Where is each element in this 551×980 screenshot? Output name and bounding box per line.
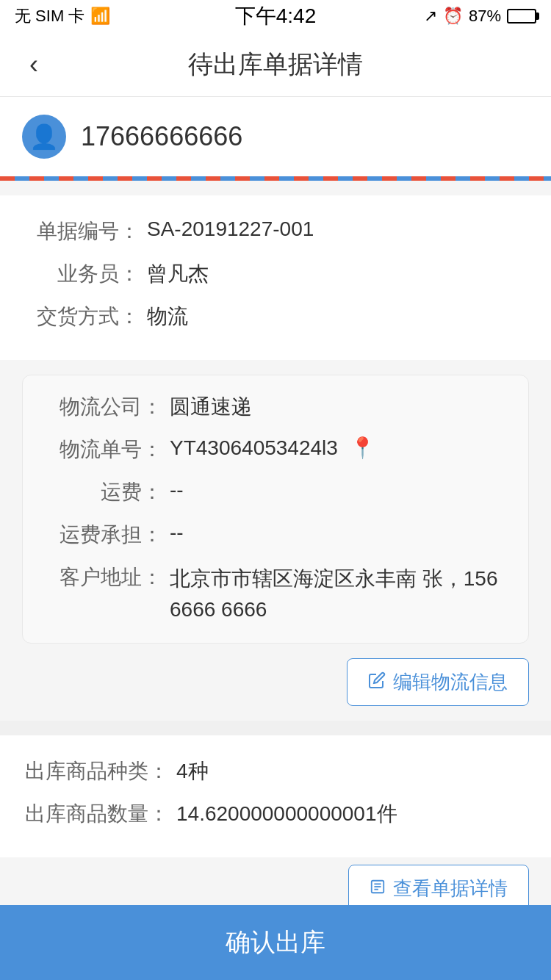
page-title: 待出库单据详情 (188, 48, 363, 82)
confirm-btn-wrap: 确认出库 (0, 905, 551, 980)
address-row: 客户地址： 北京市市辖区海淀区永丰南 张，156 6666 6666 (45, 563, 506, 625)
product-types-label: 出库商品种类： (22, 757, 169, 785)
salesman-label: 业务员： (22, 260, 140, 288)
freight-bearer-value: -- (170, 521, 506, 544)
document-icon (370, 877, 386, 900)
product-section: 出库商品种类： 4种 出库商品数量： 14.620000000000001件 (0, 735, 551, 857)
order-no-value: SA-20191227-001 (147, 217, 529, 241)
battery-icon (507, 9, 536, 24)
product-quantity-label: 出库商品数量： (22, 800, 169, 828)
edit-btn-wrap: 编辑物流信息 (0, 658, 551, 721)
salesman-row: 业务员： 曾凡杰 (22, 260, 529, 288)
customer-section: 👤 17666666666 (0, 97, 551, 176)
order-no-label: 单据编号： (22, 217, 140, 245)
battery-text: 87% (469, 7, 501, 26)
address-value: 北京市市辖区海淀区永丰南 张，156 6666 6666 (170, 563, 506, 625)
freight-bearer-row: 运费承担： -- (45, 521, 506, 549)
delivery-method-label: 交货方式： (22, 303, 140, 331)
status-bar: 无 SIM 卡 📶 下午4:42 ↗ ⏰ 87% (0, 0, 551, 32)
section-divider (0, 721, 551, 735)
wifi-icon: 📶 (90, 7, 110, 26)
tracking-no-label: 物流单号： (45, 436, 162, 464)
logistics-card: 物流公司： 圆通速递 物流单号： YT43064053424l3 📍 运费： -… (22, 375, 529, 644)
view-detail-label: 查看单据详情 (393, 876, 508, 901)
location-service-icon: ↗ (424, 7, 437, 26)
logistics-company-row: 物流公司： 圆通速递 (45, 393, 506, 421)
carrier-text: 无 SIM 卡 (15, 5, 84, 27)
order-no-row: 单据编号： SA-20191227-001 (22, 217, 529, 245)
product-types-value: 4种 (176, 757, 209, 785)
address-label: 客户地址： (45, 563, 162, 591)
avatar: 👤 (22, 115, 66, 159)
alarm-icon: ⏰ (443, 7, 463, 26)
tracking-no-row: 物流单号： YT43064053424l3 📍 (45, 436, 506, 464)
logistics-company-label: 物流公司： (45, 393, 162, 421)
nav-bar: ‹ 待出库单据详情 (0, 32, 551, 97)
order-info-section: 单据编号： SA-20191227-001 业务员： 曾凡杰 交货方式： 物流 (0, 195, 551, 360)
status-time: 下午4:42 (235, 2, 317, 30)
edit-logistics-button[interactable]: 编辑物流信息 (347, 658, 529, 706)
delivery-method-row: 交货方式： 物流 (22, 303, 529, 331)
edit-icon (368, 671, 386, 693)
dashed-divider (0, 176, 551, 181)
freight-value: -- (170, 478, 506, 502)
freight-row: 运费： -- (45, 478, 506, 506)
avatar-icon: 👤 (29, 123, 59, 151)
product-quantity-value: 14.620000000000001件 (176, 800, 397, 828)
freight-bearer-label: 运费承担： (45, 521, 162, 549)
tracking-no-value: YT43064053424l3 📍 (170, 436, 506, 460)
salesman-value: 曾凡杰 (147, 260, 529, 288)
customer-phone: 17666666666 (81, 121, 242, 152)
freight-label: 运费： (45, 478, 162, 506)
logistics-company-value: 圆通速递 (170, 393, 506, 421)
status-left: 无 SIM 卡 📶 (15, 5, 110, 27)
product-types-row: 出库商品种类： 4种 (22, 757, 529, 785)
confirm-outbound-button[interactable]: 确认出库 (22, 926, 529, 959)
product-quantity-row: 出库商品数量： 14.620000000000001件 (22, 800, 529, 828)
status-right: ↗ ⏰ 87% (424, 7, 536, 26)
map-pin-icon[interactable]: 📍 (350, 436, 375, 460)
delivery-method-value: 物流 (147, 303, 529, 331)
edit-logistics-label: 编辑物流信息 (393, 669, 508, 695)
back-button[interactable]: ‹ (22, 42, 46, 87)
